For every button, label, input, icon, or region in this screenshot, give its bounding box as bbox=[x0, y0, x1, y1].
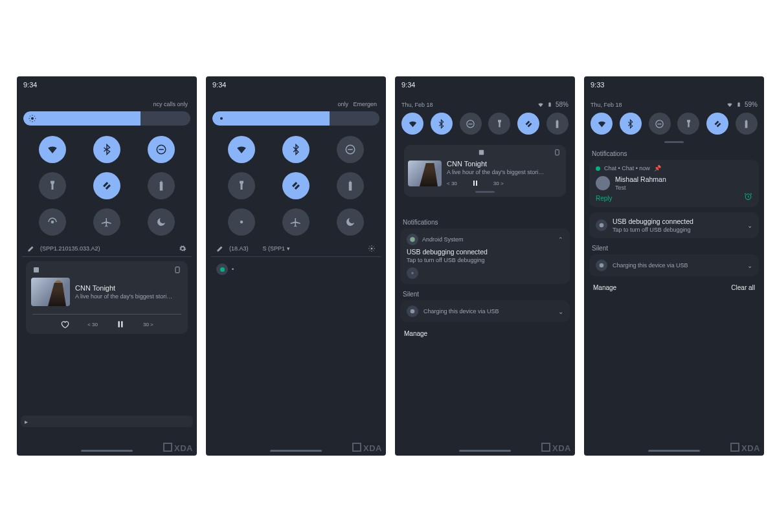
autorotate-tile[interactable] bbox=[706, 113, 728, 135]
pause-icon[interactable] bbox=[471, 179, 479, 187]
media-app-icon bbox=[478, 149, 485, 156]
notification-collapsed-row[interactable]: • bbox=[211, 261, 381, 278]
home-indicator[interactable] bbox=[270, 450, 322, 452]
home-indicator[interactable] bbox=[81, 450, 133, 452]
battery-saver-tile[interactable] bbox=[337, 172, 364, 199]
nearby-share-tile[interactable] bbox=[228, 208, 255, 236]
settings-icon[interactable] bbox=[179, 245, 186, 252]
output-device-icon[interactable] bbox=[174, 266, 181, 274]
output-device-icon[interactable] bbox=[554, 149, 561, 156]
wifi-tile[interactable] bbox=[401, 113, 423, 135]
edit-tiles-icon[interactable] bbox=[216, 245, 224, 252]
flashlight-tile[interactable] bbox=[228, 172, 255, 199]
battery-saver-tile[interactable] bbox=[736, 113, 758, 135]
battery-saver-tile[interactable] bbox=[148, 172, 175, 199]
svg-rect-12 bbox=[34, 267, 39, 272]
media-progress-bar[interactable] bbox=[32, 314, 181, 315]
media-player-card[interactable]: CNN Tonight A live hour of the day's big… bbox=[404, 145, 566, 197]
bluetooth-tile[interactable] bbox=[620, 113, 642, 135]
favorite-icon[interactable] bbox=[60, 320, 69, 329]
forward-button[interactable]: 30 > bbox=[143, 322, 153, 327]
media-subtitle: A live hour of the day's biggest stori… bbox=[447, 169, 562, 175]
charging-notification[interactable]: Charging this device via USB ⌄ bbox=[589, 254, 759, 276]
media-drag-handle[interactable] bbox=[475, 191, 495, 193]
wifi-tile[interactable] bbox=[228, 136, 255, 163]
airplane-tile[interactable] bbox=[93, 208, 120, 236]
qs-drag-handle[interactable] bbox=[664, 141, 684, 143]
phone-2: 9:34 only Emergen bbox=[206, 76, 386, 456]
clear-all-button[interactable]: Clear all bbox=[731, 284, 755, 291]
notif-settings-icon[interactable] bbox=[407, 267, 418, 279]
nearby-share-tile[interactable] bbox=[39, 208, 66, 236]
quick-settings-expanded: only Emergen bbox=[211, 97, 381, 278]
dnd-tile[interactable] bbox=[337, 136, 364, 163]
dnd-tile[interactable] bbox=[148, 136, 175, 163]
flashlight-tile[interactable] bbox=[677, 113, 699, 135]
media-app-icon bbox=[32, 266, 40, 274]
wifi-tile[interactable] bbox=[591, 113, 613, 135]
chevron-down-icon[interactable]: ⌄ bbox=[558, 308, 563, 315]
brightness-slider[interactable] bbox=[212, 111, 379, 126]
svg-point-38 bbox=[600, 263, 604, 268]
edit-tiles-icon[interactable] bbox=[27, 245, 35, 252]
notifications-section-label: Notifications bbox=[592, 150, 756, 157]
autorotate-tile[interactable] bbox=[282, 172, 310, 199]
bluetooth-tile[interactable] bbox=[93, 136, 120, 163]
dnd-tile[interactable] bbox=[649, 113, 671, 135]
chat-notification[interactable]: Chat • Chat • now 📌 Mishaal Rahman Test … bbox=[589, 160, 759, 207]
phone-1: 9:34 ncy calls only bbox=[17, 76, 197, 456]
battery-pct: 58% bbox=[556, 101, 569, 108]
media-player-card[interactable]: CNN Tonight A live hour of the day's big… bbox=[26, 261, 188, 334]
notifications-section-label: Notifications bbox=[403, 219, 567, 226]
brightness-icon bbox=[28, 115, 36, 122]
chevron-down-icon[interactable]: ⌄ bbox=[747, 262, 752, 269]
media-album-art bbox=[408, 161, 442, 186]
phone-4: 9:33 Thu, Feb 18 59% Notifications bbox=[584, 76, 764, 456]
brightness-slider[interactable] bbox=[23, 111, 190, 126]
bluetooth-tile[interactable] bbox=[282, 136, 310, 163]
phone-row: 9:34 ncy calls only bbox=[17, 76, 764, 456]
night-light-tile[interactable] bbox=[148, 208, 175, 236]
usb-debugging-notification[interactable]: USB debugging connected Tap to turn off … bbox=[589, 212, 759, 238]
qs-tile-grid bbox=[22, 132, 192, 241]
airplane-tile[interactable] bbox=[282, 208, 310, 236]
alarm-icon[interactable] bbox=[744, 192, 752, 201]
night-light-tile[interactable] bbox=[337, 208, 364, 236]
settings-icon[interactable] bbox=[368, 245, 376, 252]
chevron-up-icon[interactable]: ⌃ bbox=[558, 236, 563, 243]
android-system-icon bbox=[596, 260, 607, 271]
svg-point-37 bbox=[600, 223, 604, 228]
notif-title: USB debugging connected bbox=[613, 217, 742, 225]
collapsed-dot: • bbox=[232, 266, 234, 272]
xda-watermark: XDA bbox=[163, 443, 193, 453]
charging-notification[interactable]: Charging this device via USB ⌄ bbox=[400, 300, 570, 322]
dnd-tile[interactable] bbox=[460, 113, 482, 135]
manage-button[interactable]: Manage bbox=[593, 284, 616, 291]
chevron-down-icon[interactable]: ⌄ bbox=[747, 222, 752, 229]
battery-status-icon bbox=[736, 101, 741, 108]
autorotate-tile[interactable] bbox=[517, 113, 539, 135]
wifi-tile[interactable] bbox=[39, 136, 66, 163]
usb-debugging-notification[interactable]: Android System ⌃ USB debugging connected… bbox=[400, 228, 570, 284]
rewind-button[interactable]: < 30 bbox=[447, 181, 457, 186]
notif-subtitle: Tap to turn off USB debugging bbox=[407, 257, 563, 263]
svg-rect-27 bbox=[473, 181, 475, 186]
qs-tile-grid bbox=[211, 132, 381, 241]
pause-icon[interactable] bbox=[116, 320, 125, 329]
autorotate-tile[interactable] bbox=[93, 172, 120, 199]
bluetooth-tile[interactable] bbox=[431, 113, 453, 135]
svg-rect-32 bbox=[738, 103, 739, 107]
manage-button[interactable]: Manage bbox=[404, 330, 427, 337]
chat-app-icon bbox=[596, 166, 600, 171]
reply-button[interactable]: Reply bbox=[596, 195, 613, 202]
bottom-notification-strip[interactable]: ▸ bbox=[21, 416, 193, 427]
flashlight-tile[interactable] bbox=[488, 113, 510, 135]
rewind-button[interactable]: < 30 bbox=[87, 322, 98, 327]
battery-saver-tile[interactable] bbox=[546, 113, 569, 135]
silent-section-label: Silent bbox=[403, 291, 567, 298]
forward-button[interactable]: 30 > bbox=[493, 181, 504, 186]
home-indicator[interactable] bbox=[459, 450, 511, 452]
svg-rect-13 bbox=[175, 267, 179, 273]
flashlight-tile[interactable] bbox=[39, 172, 66, 199]
home-indicator[interactable] bbox=[648, 450, 700, 452]
